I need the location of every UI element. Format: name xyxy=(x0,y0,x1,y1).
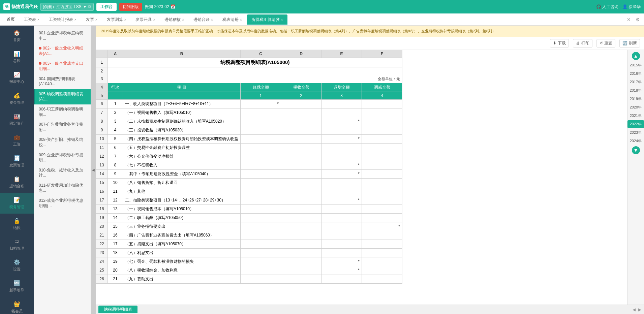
value-cell-2[interactable] xyxy=(281,161,321,169)
sidebar-item-close[interactable]: 🔒 结账 xyxy=(0,214,34,234)
close-all-tabs[interactable]: ✕ xyxy=(624,17,634,22)
year-2019[interactable]: 2019年 xyxy=(627,95,644,103)
value-cell-2[interactable] xyxy=(281,126,321,134)
value-cell-2[interactable] xyxy=(281,231,321,240)
user-avatar[interactable]: 👤 徐泽华 xyxy=(622,4,641,10)
year-2017[interactable]: 2017年 xyxy=(627,78,644,86)
year-2016[interactable]: 2016年 xyxy=(627,70,644,77)
value-cell-1[interactable] xyxy=(241,161,281,169)
item-cell[interactable]: （九）赞助支出 xyxy=(123,275,241,283)
value-cell-2[interactable] xyxy=(281,178,321,187)
value-cell-2[interactable] xyxy=(281,248,321,257)
value-cell-1[interactable] xyxy=(241,248,281,257)
company-selector[interactable]: (勿删）江西股宝-LSS ▼ ⧉ xyxy=(40,3,94,11)
hang-num[interactable]: 13 xyxy=(108,205,123,213)
tab-invoice[interactable]: 发票 × xyxy=(82,14,102,25)
item-cell[interactable]: （一）视同销售收入（填写A105010） xyxy=(123,108,241,117)
subnav-007[interactable]: 007-广告费和业务宣传费附... xyxy=(34,120,91,135)
value-cell-1[interactable] xyxy=(241,196,281,205)
hang-num[interactable]: 16 xyxy=(108,231,123,240)
bottom-tab-na税调整[interactable]: 纳税调整明细表 xyxy=(98,306,137,313)
value-cell-2[interactable] xyxy=(281,187,321,196)
close-icon[interactable]: × xyxy=(37,18,39,22)
hang-num[interactable]: 8 xyxy=(108,161,123,169)
hang-num[interactable]: 18 xyxy=(108,248,123,257)
hang-num[interactable]: 3 xyxy=(108,117,123,126)
subnav-002[interactable]: 002-一般企业收入明细表(A1... xyxy=(34,43,91,59)
print-button[interactable]: 🖨 打印 xyxy=(573,39,592,48)
year-2022[interactable]: 2022年 xyxy=(627,120,644,128)
item-cell[interactable]: （八）销售折扣、折让和退回 xyxy=(123,178,241,187)
item-cell[interactable]: （五）交易性金融资产初始投资调整 xyxy=(123,143,241,152)
value-cell-4[interactable] xyxy=(362,257,402,266)
sidebar-item-invoice[interactable]: 🧾 发票管理 xyxy=(0,151,34,172)
value-cell-4[interactable] xyxy=(362,99,402,108)
subnav-012[interactable]: 012-减免企业所得税优惠明细(… xyxy=(34,196,91,211)
sidebar-item-home[interactable]: 🏠 首页 xyxy=(0,26,34,46)
value-cell-4[interactable] xyxy=(362,178,402,187)
sidebar-item-payroll[interactable]: 💼 工资 xyxy=(0,130,34,151)
year-2024[interactable]: 2024年 xyxy=(627,137,644,145)
sidebar-item-assets[interactable]: 🏭 固定资产 xyxy=(0,109,34,130)
tab-payroll-report[interactable]: 工资统计报表 × xyxy=(44,14,81,25)
close-icon[interactable]: × xyxy=(281,18,283,22)
item-cell[interactable]: （三）业务招待要支出 xyxy=(123,222,241,231)
item-cell[interactable]: 其中：专项用途财政性资金（填写A105040） xyxy=(123,169,241,178)
tab-sales-ledger[interactable]: 进销台账 × xyxy=(189,14,217,25)
subnav-004[interactable]: 004-期间费用明细表(A1040... xyxy=(34,74,91,89)
value-cell-4[interactable] xyxy=(362,169,402,178)
hang-num[interactable]: 21 xyxy=(108,275,123,283)
value-cell-4[interactable] xyxy=(362,240,402,248)
value-cell-1[interactable] xyxy=(241,134,281,143)
tab-invoice-issue[interactable]: 发票开具 × xyxy=(131,14,159,25)
value-cell-3[interactable]: * xyxy=(321,196,362,205)
value-cell-1[interactable] xyxy=(241,187,281,196)
item-cell[interactable]: （三）投资收益（填写A105030） xyxy=(123,126,241,134)
value-cell-1[interactable] xyxy=(241,108,281,117)
value-cell-4[interactable] xyxy=(362,143,402,152)
value-cell-4[interactable] xyxy=(362,126,402,134)
item-cell[interactable]: （四）按权益法核算长期股权投资对初始投资成本调整确认收益 xyxy=(123,134,241,143)
value-cell-2[interactable] xyxy=(281,99,321,108)
value-cell-3[interactable] xyxy=(321,99,362,108)
item-cell[interactable]: （七）不征税收入 xyxy=(123,161,241,169)
sidebar-item-tax[interactable]: 📝 税务管理 xyxy=(0,193,34,214)
value-cell-1[interactable]: * xyxy=(241,99,281,108)
close-icon[interactable]: × xyxy=(182,18,184,22)
sidebar-item-reports[interactable]: 📈 报表中心 xyxy=(0,67,34,88)
value-cell-4[interactable] xyxy=(362,161,402,169)
value-cell-2[interactable] xyxy=(281,169,321,178)
cell[interactable]: 全额单位：元 xyxy=(108,75,402,83)
hang-num[interactable]: 17 xyxy=(108,240,123,248)
item-cell[interactable]: （七）罚金、罚款和被没收财物的损失 xyxy=(123,257,241,266)
year-2021[interactable]: 2021年 xyxy=(627,112,644,120)
value-cell-4[interactable] xyxy=(362,108,402,117)
refresh-button[interactable]: 🔄 刷新 xyxy=(619,39,640,48)
sidebar-item-member[interactable]: 👑 畅会员 xyxy=(0,297,34,314)
sidebar-item-inout[interactable]: 📋 进销台账 xyxy=(0,172,34,193)
item-cell[interactable]: （一）视同销售成本（填写A105010） xyxy=(123,205,241,213)
close-icon[interactable]: × xyxy=(95,18,97,22)
hang-num[interactable]: 15 xyxy=(108,222,123,231)
value-cell-4[interactable] xyxy=(362,117,402,126)
value-cell-2[interactable] xyxy=(281,152,321,161)
value-cell-1[interactable] xyxy=(241,143,281,152)
value-cell-1[interactable] xyxy=(241,152,281,161)
value-cell-4[interactable] xyxy=(362,248,402,257)
subnav-003[interactable]: 003-一般企业成本支出明细... xyxy=(34,59,91,74)
hang-num[interactable]: 14 xyxy=(108,213,123,222)
reset-button[interactable]: ↺ 重置 xyxy=(596,39,615,48)
value-cell-1[interactable] xyxy=(241,213,281,222)
value-cell-3[interactable]: * xyxy=(321,117,362,126)
value-cell-2[interactable] xyxy=(281,143,321,152)
value-cell-2[interactable] xyxy=(281,266,321,275)
value-cell-1[interactable] xyxy=(241,205,281,213)
value-cell-1[interactable] xyxy=(241,178,281,187)
sidebar-item-settings[interactable]: ⚙️ 设置 xyxy=(0,255,34,276)
hang-num[interactable]: 2 xyxy=(108,108,123,117)
value-cell-3[interactable] xyxy=(321,108,362,117)
tab-home[interactable]: 首页 xyxy=(3,14,19,24)
value-cell-4[interactable] xyxy=(362,187,402,196)
value-cell-2[interactable] xyxy=(281,213,321,222)
calendar-icon[interactable]: 📅 xyxy=(171,4,176,9)
